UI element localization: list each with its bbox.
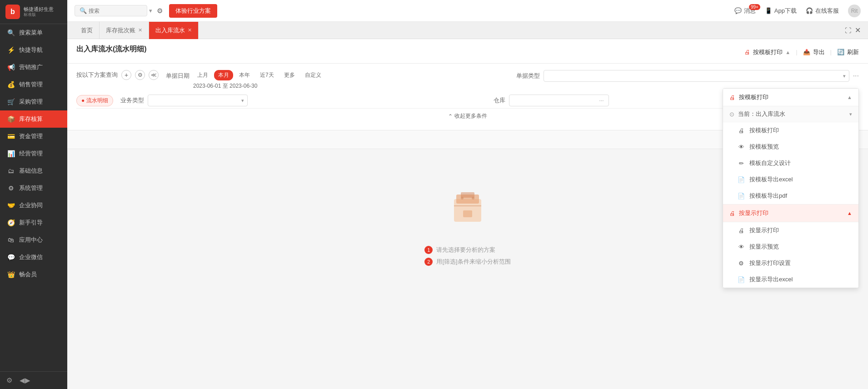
sidebar-footer: ⚙ ◀▶ [0, 371, 67, 389]
sidebar-item-member[interactable]: 👑 畅会员 [0, 266, 67, 283]
topbar-messages[interactable]: 💬 消息 99+ [734, 7, 756, 15]
date-range-display: 2023-06-01 至 2023-06-30 [193, 82, 325, 90]
svg-point-6 [472, 197, 474, 199]
sidebar: b 畅捷通好生意 标准版 🔍 搜索菜单 ⚡ 快捷导航 📢 营销推广 💰 销售管理… [0, 0, 67, 389]
app-logo-icon: b [5, 5, 20, 19]
tag-icon: ● [81, 97, 85, 104]
dropdown-item-template-print[interactable]: 🖨 按模板打印 [723, 122, 858, 139]
sidebar-item-guide[interactable]: 🧭 新手引导 [0, 214, 67, 231]
warehouse-input[interactable]: ··· [509, 95, 609, 106]
empty-step-1: 1 请先选择要分析的方案 [424, 246, 510, 254]
tab-maximize-icon[interactable]: ⛶ [845, 27, 851, 34]
doc-type-select[interactable] [544, 70, 849, 82]
topbar-customer-service[interactable]: 🎧 在线客服 [806, 7, 839, 15]
tab-home[interactable]: 首页 [75, 22, 100, 39]
member-icon: 👑 [6, 271, 15, 278]
sidebar-item-system[interactable]: ⚙ 系统管理 [0, 180, 67, 197]
dropdown-item-template-preview[interactable]: 👁 按模板预览 [723, 139, 858, 155]
dropdown-item-display-export-pdf[interactable]: 📄 按显示导出pdf [723, 288, 858, 288]
operation-icon: 📊 [6, 150, 15, 157]
sidebar-item-search[interactable]: 🔍 搜索菜单 [0, 24, 67, 41]
dropdown-item-display-print[interactable]: 🖨 按显示打印 [723, 222, 858, 239]
date-btn-thismonth[interactable]: 本月 [214, 70, 233, 80]
template-excel-icon: 📄 [738, 176, 745, 183]
template-pdf-icon: 📄 [738, 193, 745, 199]
business-type-select-wrapper [148, 95, 248, 106]
tab-batch-close[interactable]: ✕ [138, 27, 142, 33]
message-badge: 99+ [749, 4, 760, 10]
sidebar-settings-icon[interactable]: ⚙ [6, 376, 12, 384]
dropdown-current-item[interactable]: ⊙ 当前：出入库流水 ▾ [723, 106, 858, 122]
sidebar-item-basic[interactable]: 🗂 基础信息 [0, 162, 67, 180]
quicknav-icon: ⚡ [6, 46, 15, 54]
topbar-search-caret[interactable]: ▾ [149, 7, 152, 14]
tab-close-all-icon[interactable]: ✕ [855, 26, 861, 35]
topbar-user-avatar[interactable]: Rit [848, 5, 861, 17]
business-type-label: 业务类型 [120, 96, 144, 105]
tab-batch[interactable]: 库存批次账 ✕ [100, 22, 149, 39]
doc-type-more-icon[interactable]: ··· [853, 72, 859, 80]
dropdown-header-display[interactable]: 🖨 按显示打印 ▲ [723, 204, 858, 222]
mobile-icon: 📱 [765, 7, 772, 14]
doc-type-select-wrapper [544, 70, 849, 82]
date-label: 单据日期 [166, 70, 190, 80]
date-btn-more[interactable]: 更多 [280, 70, 299, 80]
marketing-icon: 📢 [6, 64, 15, 71]
topbar-search-input[interactable] [89, 8, 139, 14]
app-name: 畅捷通好生意 标准版 [24, 6, 54, 18]
date-btn-thisyear[interactable]: 本年 [235, 70, 254, 80]
sidebar-item-operation[interactable]: 📊 经营管理 [0, 145, 67, 162]
dropdown-item-template-export-pdf[interactable]: 📄 按模板导出pdf [723, 188, 858, 204]
topbar-search-box[interactable]: 🔍 [75, 5, 147, 16]
filter-tag-liushui[interactable]: ● 流水明细 [76, 95, 113, 106]
collab-icon: 🤝 [6, 202, 15, 209]
sales-icon: 💰 [6, 81, 15, 88]
sidebar-item-appstore[interactable]: 🛍 应用中心 [0, 231, 67, 249]
sidebar-item-marketing[interactable]: 📢 营销推广 [0, 59, 67, 76]
svg-point-5 [461, 197, 464, 199]
print-template-button[interactable]: 🖨 按模板打印 ▲ [744, 48, 790, 56]
display-excel-icon: 📄 [738, 276, 745, 283]
topbar-app-download[interactable]: 📱 App下载 [765, 7, 797, 15]
sidebar-logo: b 畅捷通好生意 标准版 [0, 0, 67, 24]
date-btn-lastmonth[interactable]: 上月 [193, 70, 212, 80]
inventory-icon: 📦 [6, 115, 15, 123]
wxwork-icon: 💬 [6, 254, 15, 261]
guide-icon: 🧭 [6, 219, 15, 226]
sidebar-item-sales[interactable]: 💰 销售管理 [0, 76, 67, 93]
filter-collapse-left-button[interactable]: ≪ [149, 70, 159, 80]
sidebar-item-finance[interactable]: 💳 资金管理 [0, 128, 67, 145]
print-dropdown-panel: 🖨 按模板打印 ▲ ⊙ 当前：出入库流水 ▾ 🖨 按模板打印 👁 按模板预览 [723, 88, 859, 288]
industry-solution-button[interactable]: 体验行业方案 [169, 4, 217, 18]
tab-flow-close[interactable]: ✕ [188, 27, 192, 33]
dropdown-item-display-settings[interactable]: ⚙ 按显示打印设置 [723, 255, 858, 271]
template-design-icon: ✏ [738, 160, 745, 167]
filter-add-button[interactable]: + [121, 70, 131, 80]
filter-settings-button[interactable]: ⚙ [135, 70, 145, 80]
date-btn-7days[interactable]: 近7天 [256, 70, 278, 80]
date-btn-custom[interactable]: 自定义 [301, 70, 325, 80]
dropdown-item-template-export-excel[interactable]: 📄 按模板导出excel [723, 171, 858, 188]
search-icon: 🔍 [6, 29, 15, 36]
export-button[interactable]: 📤 导出 [803, 48, 825, 56]
dropdown-item-display-preview[interactable]: 👁 按显示预览 [723, 239, 858, 255]
sidebar-item-quicknav[interactable]: ⚡ 快捷导航 [0, 41, 67, 59]
sidebar-item-inventory[interactable]: 📦 库存核算 [0, 110, 67, 128]
sidebar-collapse-icon[interactable]: ◀▶ [20, 376, 30, 384]
display-print-icon: 🖨 [738, 227, 745, 234]
sidebar-item-purchase[interactable]: 🛒 采购管理 [0, 93, 67, 110]
dropdown-item-template-design[interactable]: ✏ 模板自定义设计 [723, 155, 858, 171]
print-dropdown-caret[interactable]: ▲ [785, 50, 790, 55]
tabs-bar: 首页 库存批次账 ✕ 出入库流水 ✕ ⛶ ✕ [67, 22, 868, 39]
refresh-button[interactable]: 🔄 刷新 [837, 48, 859, 56]
business-type-select[interactable] [148, 95, 248, 106]
svg-rect-4 [463, 210, 472, 217]
dropdown-item-display-export-excel[interactable]: 📄 按显示导出excel [723, 271, 858, 288]
dropdown-header-template[interactable]: 🖨 按模板打印 ▲ [723, 89, 858, 106]
sidebar-item-wxwork[interactable]: 💬 企业微信 [0, 249, 67, 266]
sidebar-item-collab[interactable]: 🤝 企业协同 [0, 197, 67, 214]
topbar-settings-icon[interactable]: ⚙ [157, 7, 163, 15]
template-print-icon: 🖨 [738, 127, 745, 134]
message-icon: 💬 [734, 7, 742, 14]
tab-flow[interactable]: 出入库流水 ✕ [149, 22, 199, 39]
